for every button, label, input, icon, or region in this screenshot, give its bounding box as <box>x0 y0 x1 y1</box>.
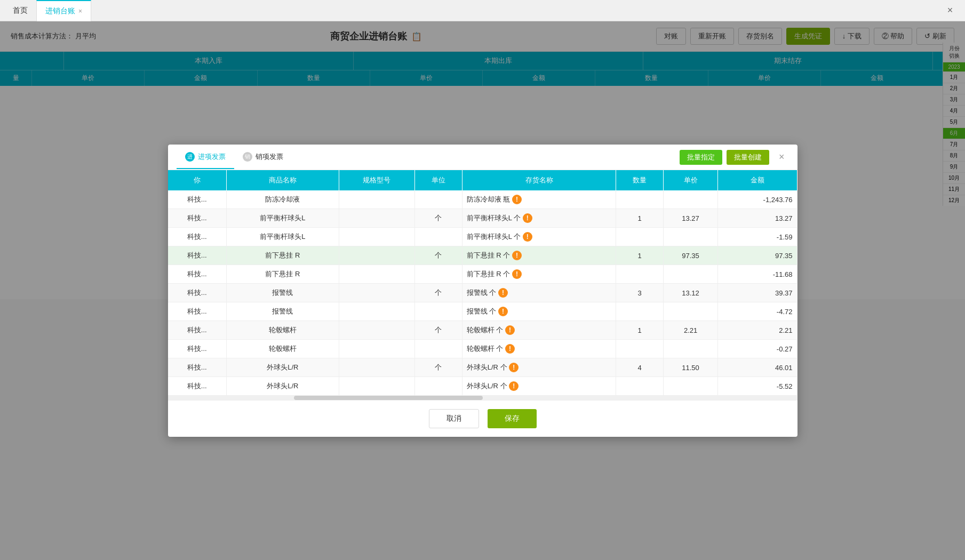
cell-amount: 46.01 <box>718 358 797 377</box>
cell-qty: 1 <box>616 209 664 228</box>
cell-company: 科技... <box>168 246 227 265</box>
cell-company: 科技... <box>168 377 227 396</box>
dialog-scrollbar-thumb[interactable] <box>294 396 483 400</box>
invoice-dialog: 进 进项发票 销 销项发票 批量指定 批量创建 × 你 <box>168 145 797 437</box>
cell-spec <box>339 190 414 209</box>
cell-stock: 外球头L/R 个 ! <box>462 377 616 396</box>
warning-icon: ! <box>512 269 522 279</box>
batch-create-button[interactable]: 批量创建 <box>727 150 769 165</box>
table-row[interactable]: 科技... 防冻冷却液 防冻冷却液 瓶 ! -1,243.76 <box>168 190 797 209</box>
cell-price: 2.21 <box>663 321 717 340</box>
cell-unit: 个 <box>415 358 462 377</box>
table-row[interactable]: 科技... 前平衡杆球头L 前平衡杆球头L 个 ! -1.59 <box>168 228 797 246</box>
cell-qty: 1 <box>616 246 664 265</box>
col-company: 你 <box>168 170 227 190</box>
tab-home[interactable]: 首页 <box>4 0 36 21</box>
col-product: 商品名称 <box>226 170 339 190</box>
cell-spec <box>339 265 414 284</box>
cell-amount: -1.59 <box>718 228 797 246</box>
tab-ledger[interactable]: 进销台账 × <box>36 0 91 21</box>
dialog-footer: 取消 保存 <box>168 400 797 437</box>
cell-spec <box>339 284 414 302</box>
table-row[interactable]: 科技... 前下悬挂 R 个 前下悬挂 R 个 ! 1 97.35 97.35 <box>168 246 797 265</box>
cell-unit <box>415 302 462 321</box>
table-row[interactable]: 科技... 轮毂螺杆 轮毂螺杆 个 ! -0.27 <box>168 340 797 358</box>
cell-price: 13.27 <box>663 209 717 228</box>
cell-spec <box>339 246 414 265</box>
tab-input-invoice[interactable]: 进 进项发票 <box>177 146 234 169</box>
cell-product: 报警线 <box>226 284 339 302</box>
cell-unit <box>415 265 462 284</box>
cell-product: 轮毂螺杆 <box>226 321 339 340</box>
dialog-scrollbar[interactable] <box>168 396 797 400</box>
col-qty: 数量 <box>616 170 664 190</box>
dialog-action-buttons: 批量指定 批量创建 <box>680 150 769 165</box>
cell-qty <box>616 228 664 246</box>
invoice-table-body: 科技... 防冻冷却液 防冻冷却液 瓶 ! -1,243.76 科技... 前平… <box>168 190 797 396</box>
cell-price: 13.12 <box>663 284 717 302</box>
dialog-close-button[interactable]: × <box>775 149 789 165</box>
table-row[interactable]: 科技... 报警线 报警线 个 ! -4.72 <box>168 302 797 321</box>
cell-stock: 前平衡杆球头L 个 ! <box>462 209 616 228</box>
batch-assign-button[interactable]: 批量指定 <box>680 150 722 165</box>
cell-unit: 个 <box>415 284 462 302</box>
col-unit: 单位 <box>415 170 462 190</box>
cell-company: 科技... <box>168 358 227 377</box>
cell-unit: 个 <box>415 321 462 340</box>
cell-unit <box>415 190 462 209</box>
cell-amount: -5.52 <box>718 377 797 396</box>
cancel-button[interactable]: 取消 <box>429 409 479 428</box>
cell-amount: -11.68 <box>718 265 797 284</box>
window-close-button[interactable]: × <box>939 0 961 21</box>
cell-stock: 前下悬挂 R 个 ! <box>462 246 616 265</box>
cell-spec <box>339 209 414 228</box>
warning-icon: ! <box>509 363 519 372</box>
warning-icon: ! <box>512 251 522 260</box>
col-spec: 规格型号 <box>339 170 414 190</box>
table-row[interactable]: 科技... 前平衡杆球头L 个 前平衡杆球头L 个 ! 1 13.27 13.2… <box>168 209 797 228</box>
dialog-table-container: 你 商品名称 规格型号 单位 存货名称 数量 单价 金额 科技... 防冻冷却液 <box>168 170 797 396</box>
table-row[interactable]: 科技... 前下悬挂 R 前下悬挂 R 个 ! -11.68 <box>168 265 797 284</box>
cell-price: 97.35 <box>663 246 717 265</box>
tab-close-icon[interactable]: × <box>78 7 82 15</box>
cell-spec <box>339 228 414 246</box>
cell-amount: 13.27 <box>718 209 797 228</box>
table-row[interactable]: 科技... 报警线 个 报警线 个 ! 3 13.12 39.37 <box>168 284 797 302</box>
cell-product: 防冻冷却液 <box>226 190 339 209</box>
cell-price <box>663 340 717 358</box>
warning-icon: ! <box>498 307 508 316</box>
warning-icon: ! <box>509 381 519 391</box>
cell-qty <box>616 302 664 321</box>
table-row[interactable]: 科技... 轮毂螺杆 个 轮毂螺杆 个 ! 1 2.21 2.21 <box>168 321 797 340</box>
table-row[interactable]: 科技... 外球头L/R 外球头L/R 个 ! -5.52 <box>168 377 797 396</box>
cell-unit <box>415 228 462 246</box>
save-button[interactable]: 保存 <box>488 409 537 428</box>
main-content: 销售成本计算方法： 月平均 商贸企业进销台账 📋 对账 重新开账 存货别名 生成… <box>0 21 965 560</box>
cell-company: 科技... <box>168 228 227 246</box>
cell-qty: 4 <box>616 358 664 377</box>
cell-price <box>663 265 717 284</box>
cell-qty <box>616 265 664 284</box>
cell-company: 科技... <box>168 284 227 302</box>
cell-amount: 97.35 <box>718 246 797 265</box>
cell-spec <box>339 340 414 358</box>
cell-amount: -1,243.76 <box>718 190 797 209</box>
table-header-row: 你 商品名称 规格型号 单位 存货名称 数量 单价 金额 <box>168 170 797 190</box>
cell-company: 科技... <box>168 209 227 228</box>
cell-price <box>663 377 717 396</box>
warning-icon: ! <box>498 288 508 298</box>
cell-stock: 前下悬挂 R 个 ! <box>462 265 616 284</box>
cell-qty <box>616 340 664 358</box>
cell-stock: 防冻冷却液 瓶 ! <box>462 190 616 209</box>
cell-unit <box>415 340 462 358</box>
cell-product: 外球头L/R <box>226 358 339 377</box>
cell-amount: -0.27 <box>718 340 797 358</box>
table-row[interactable]: 科技... 外球头L/R 个 外球头L/R 个 ! 4 11.50 46.01 <box>168 358 797 377</box>
cell-stock: 轮毂螺杆 个 ! <box>462 321 616 340</box>
tab-output-invoice[interactable]: 销 销项发票 <box>234 146 292 169</box>
cell-unit: 个 <box>415 246 462 265</box>
cell-qty <box>616 190 664 209</box>
cell-amount: 39.37 <box>718 284 797 302</box>
cell-product: 前下悬挂 R <box>226 265 339 284</box>
cell-stock: 前平衡杆球头L 个 ! <box>462 228 616 246</box>
